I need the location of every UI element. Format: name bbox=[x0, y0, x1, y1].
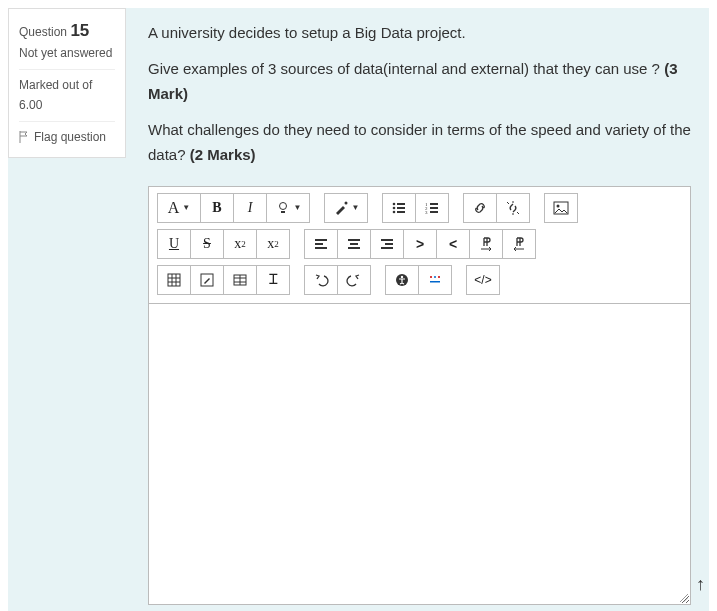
question-text: A university decides to setup a Big Data… bbox=[148, 20, 691, 168]
ltr-icon bbox=[478, 236, 494, 252]
subscript-button[interactable]: x2 bbox=[223, 229, 257, 259]
svg-rect-18 bbox=[315, 247, 327, 249]
align-right-icon bbox=[379, 236, 395, 252]
svg-point-0 bbox=[279, 202, 286, 209]
align-center-button[interactable] bbox=[337, 229, 371, 259]
paragraph-style-button[interactable]: A▼ bbox=[157, 193, 201, 223]
brush-icon bbox=[333, 200, 349, 216]
redo-icon bbox=[346, 272, 362, 288]
ltr-button[interactable] bbox=[469, 229, 503, 259]
bullet-list-button[interactable] bbox=[382, 193, 416, 223]
flag-question-link[interactable]: Flag question bbox=[19, 128, 115, 147]
svg-point-2 bbox=[393, 202, 396, 205]
rtl-button[interactable] bbox=[502, 229, 536, 259]
link-icon bbox=[472, 200, 488, 216]
answer-status: Not yet answered bbox=[19, 44, 115, 63]
align-right-button[interactable] bbox=[370, 229, 404, 259]
svg-point-1 bbox=[344, 201, 347, 204]
underline-button[interactable]: U bbox=[157, 229, 191, 259]
scroll-top-button[interactable]: ↑ bbox=[696, 574, 705, 595]
svg-rect-19 bbox=[348, 239, 360, 241]
italic-button[interactable]: I bbox=[233, 193, 267, 223]
numbered-list-icon: 123 bbox=[424, 200, 440, 216]
svg-rect-3 bbox=[397, 203, 405, 205]
svg-point-31 bbox=[434, 276, 436, 278]
max-mark: Marked out of 6.00 bbox=[19, 76, 115, 114]
svg-point-29 bbox=[401, 275, 403, 277]
unlink-button[interactable] bbox=[496, 193, 530, 223]
highlight-color-button[interactable]: ▼ bbox=[324, 193, 368, 223]
redo-button[interactable] bbox=[337, 265, 371, 295]
svg-rect-7 bbox=[397, 211, 405, 213]
flag-question-label: Flag question bbox=[34, 128, 106, 147]
rtl-icon bbox=[511, 236, 527, 252]
dots-icon bbox=[427, 272, 443, 288]
image-button[interactable] bbox=[544, 193, 578, 223]
accessibility-button[interactable] bbox=[385, 265, 419, 295]
link-button[interactable] bbox=[463, 193, 497, 223]
align-left-button[interactable] bbox=[304, 229, 338, 259]
indent-more-button[interactable]: > bbox=[403, 229, 437, 259]
image-icon bbox=[553, 200, 569, 216]
align-left-icon bbox=[313, 236, 329, 252]
svg-point-32 bbox=[438, 276, 440, 278]
svg-rect-5 bbox=[397, 207, 405, 209]
undo-icon bbox=[313, 272, 329, 288]
bold-button[interactable]: B bbox=[200, 193, 234, 223]
bulb-icon bbox=[275, 200, 291, 216]
undo-button[interactable] bbox=[304, 265, 338, 295]
accessibility-icon bbox=[394, 272, 410, 288]
table-icon bbox=[232, 272, 248, 288]
flag-icon bbox=[19, 131, 29, 143]
resize-handle-icon bbox=[677, 591, 689, 603]
svg-rect-16 bbox=[315, 239, 327, 241]
svg-point-4 bbox=[393, 206, 396, 209]
editor-toolbar: A▼ B I ▼ ▼ bbox=[149, 187, 690, 304]
edit-button[interactable] bbox=[190, 265, 224, 295]
rich-text-editor: A▼ B I ▼ ▼ bbox=[148, 186, 691, 605]
svg-point-30 bbox=[430, 276, 432, 278]
svg-rect-17 bbox=[315, 243, 323, 245]
question-number: Question 15 bbox=[19, 17, 115, 44]
question-content: A university decides to setup a Big Data… bbox=[126, 8, 709, 611]
svg-rect-21 bbox=[348, 247, 360, 249]
question-info-block: Question 15 Not yet answered Marked out … bbox=[8, 8, 126, 158]
svg-rect-33 bbox=[430, 281, 440, 283]
table-button[interactable] bbox=[223, 265, 257, 295]
html-source-button[interactable]: </> bbox=[466, 265, 500, 295]
edit-icon bbox=[199, 272, 215, 288]
special-chars-button[interactable] bbox=[418, 265, 452, 295]
bullet-list-icon bbox=[391, 200, 407, 216]
grid-button[interactable] bbox=[157, 265, 191, 295]
indent-less-button[interactable]: < bbox=[436, 229, 470, 259]
svg-rect-9 bbox=[430, 203, 438, 205]
svg-rect-25 bbox=[168, 274, 180, 286]
tex-button[interactable]: Ꮖ bbox=[256, 265, 290, 295]
grid-icon bbox=[166, 272, 182, 288]
svg-point-15 bbox=[557, 204, 560, 207]
answer-textarea[interactable] bbox=[149, 304, 690, 604]
svg-rect-20 bbox=[350, 243, 358, 245]
svg-rect-23 bbox=[385, 243, 393, 245]
superscript-button[interactable]: x2 bbox=[256, 229, 290, 259]
svg-rect-11 bbox=[430, 207, 438, 209]
font-options-button[interactable]: ▼ bbox=[266, 193, 310, 223]
svg-text:3: 3 bbox=[425, 210, 428, 215]
svg-rect-13 bbox=[430, 211, 438, 213]
svg-point-6 bbox=[393, 210, 396, 213]
strikethrough-button[interactable]: S bbox=[190, 229, 224, 259]
svg-rect-24 bbox=[381, 247, 393, 249]
unlink-icon bbox=[505, 200, 521, 216]
numbered-list-button[interactable]: 123 bbox=[415, 193, 449, 223]
align-center-icon bbox=[346, 236, 362, 252]
svg-rect-22 bbox=[381, 239, 393, 241]
